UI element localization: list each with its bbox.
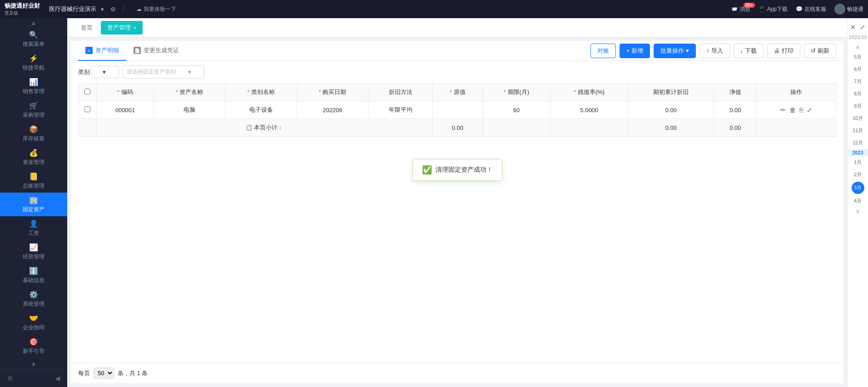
import-button[interactable]: ↑ 导入 bbox=[699, 44, 730, 58]
month-12[interactable]: 12月 bbox=[848, 137, 868, 149]
sidebar-item-payroll[interactable]: 👤 工资 bbox=[0, 216, 67, 240]
more-icon[interactable]: ⤢ bbox=[807, 106, 812, 114]
cell-original-value bbox=[432, 101, 482, 119]
sidebar-item-search[interactable]: 🔍 搜索菜单 bbox=[0, 27, 67, 51]
cell-depreciation-method: 年限平均 bbox=[368, 101, 433, 119]
month-4[interactable]: 4月 bbox=[848, 195, 868, 207]
sidebar-item-fixed-assets[interactable]: 🏢 固定资产 bbox=[0, 193, 67, 216]
month-6[interactable]: 6月 bbox=[848, 63, 868, 75]
header-checkbox[interactable] bbox=[84, 89, 90, 94]
category-type-select[interactable]: 请选择固定资产类别 ▾ bbox=[123, 65, 204, 79]
subtotal-empty2 bbox=[482, 119, 551, 137]
sidebar-scroll-up[interactable]: ▲ bbox=[0, 18, 67, 27]
cloud-icon: ☁ bbox=[136, 6, 142, 12]
refresh-button[interactable]: ↺ 刷新 bbox=[804, 44, 836, 58]
cell-purchase-date: 202206 bbox=[297, 101, 368, 119]
month-8[interactable]: 8月 bbox=[848, 88, 868, 100]
app-logo: 畅捷通好业财 普及版 bbox=[5, 2, 40, 16]
copy-icon[interactable]: ⎘ bbox=[799, 106, 803, 114]
month-2[interactable]: 2月 bbox=[848, 169, 868, 181]
online-service-button[interactable]: 💬 在线客服 bbox=[796, 5, 826, 13]
category-type-arrow: ▾ bbox=[188, 69, 191, 75]
subtotal-label: 本页小计： bbox=[254, 124, 283, 131]
sidebar-item-basic-info[interactable]: ℹ️ 基础信息 bbox=[0, 263, 67, 287]
month-5[interactable]: 5月 bbox=[848, 51, 868, 63]
per-page-label: 每页 bbox=[78, 369, 90, 377]
month-3-active[interactable]: 3月 bbox=[852, 182, 864, 194]
right-panel: ✕ ⤢ 2023.03 ▲ 5月 6月 7月 8月 9月 10月 11月 12月… bbox=[847, 18, 868, 387]
scroll-up-btn[interactable]: ▲ bbox=[855, 43, 861, 50]
cell-period: 60 bbox=[482, 101, 551, 119]
month-9[interactable]: 9月 bbox=[848, 100, 868, 112]
top-bar: 畅捷通好业财 普及版 医疗器械行业演示 ▾ ⚙ ☁ 我要体验一下 📨 消息 99… bbox=[0, 0, 868, 18]
year-label[interactable]: 2023.03 bbox=[848, 33, 868, 42]
notification-button[interactable]: 📨 消息 99+ bbox=[731, 5, 750, 13]
category-label: 类别 bbox=[78, 68, 90, 76]
experience-area: ☁ 我要体验一下 bbox=[136, 5, 176, 13]
download-label: 下载 bbox=[745, 47, 757, 55]
batch-operation-button[interactable]: 批量操作 ▾ bbox=[654, 44, 696, 58]
tab-voucher-change[interactable]: 📄 变更生成凭证 bbox=[126, 41, 186, 61]
pagination: 每页 50 条，共 1 条 bbox=[71, 362, 843, 383]
experience-label[interactable]: 我要体验一下 bbox=[144, 5, 176, 13]
sidebar-item-funds[interactable]: 💰 资金管理 bbox=[0, 145, 67, 169]
purchase-icon: 🛒 bbox=[29, 101, 38, 110]
collapse-sidebar-icon[interactable]: ◀ bbox=[55, 375, 60, 382]
guide-icon: 🎯 bbox=[29, 337, 38, 346]
tab-close-button[interactable]: × bbox=[134, 25, 136, 30]
month-10[interactable]: 10月 bbox=[848, 112, 868, 124]
sidebar-items: 🔍 搜索菜单 ⚡ 快捷导航 📊 销售管理 🛒 采购管理 📦 库存核算 💰 bbox=[0, 27, 67, 360]
category-select-arrow: ▾ bbox=[103, 69, 106, 75]
sidebar-item-quick-nav[interactable]: ⚡ 快捷导航 bbox=[0, 51, 67, 74]
cell-category: 电子设备 bbox=[225, 101, 297, 119]
cell-actions: ✏ 🗑 ⎘ ⤢ bbox=[757, 101, 836, 119]
toast-success-icon: ✅ bbox=[422, 165, 432, 175]
delete-icon[interactable]: 🗑 bbox=[789, 106, 796, 114]
sidebar-item-cooperation[interactable]: 🤝 企业协同 bbox=[0, 311, 67, 334]
sidebar-item-purchase[interactable]: 🛒 采购管理 bbox=[0, 98, 67, 122]
scroll-down-btn[interactable]: ▼ bbox=[855, 208, 861, 215]
subtotal-original: 0.00 bbox=[432, 119, 482, 137]
print-button[interactable]: 🖨 打印 bbox=[767, 44, 800, 58]
header-original-value: * 原值 bbox=[432, 84, 482, 101]
per-page-select[interactable]: 50 bbox=[94, 367, 114, 379]
company-name: 医疗器械行业演示 bbox=[49, 5, 96, 13]
sidebar-item-ledger-label: 总账管理 bbox=[23, 182, 45, 190]
right-panel-expand-button[interactable]: ⤢ bbox=[860, 24, 865, 31]
month-1[interactable]: 1月 bbox=[848, 156, 868, 169]
year-2023-label: 2023 bbox=[848, 149, 868, 156]
settings-bottom-icon[interactable]: ⚙ bbox=[7, 375, 13, 382]
sidebar-item-inventory[interactable]: 📦 库存核算 bbox=[0, 122, 67, 145]
subtotal-empty4 bbox=[757, 119, 836, 137]
tab-asset-detail[interactable]: ≡ 资产明细 bbox=[78, 41, 126, 61]
edit-icon[interactable]: ✏ bbox=[780, 106, 786, 114]
print-icon: 🖨 bbox=[774, 47, 780, 54]
new-button[interactable]: + 新增 bbox=[620, 44, 650, 58]
sidebar-item-guide[interactable]: 🎯 新手引导 bbox=[0, 334, 67, 358]
right-panel-close-button[interactable]: ✕ bbox=[850, 24, 856, 31]
cell-initial-accumulated: 0.00 bbox=[628, 101, 714, 119]
row-checkbox[interactable] bbox=[84, 106, 90, 112]
sidebar-item-business[interactable]: 📈 经营管理 bbox=[0, 240, 67, 263]
download-button[interactable]: ↓ 下载 bbox=[734, 44, 764, 58]
notification-icon: 📨 bbox=[731, 6, 738, 12]
category-select[interactable]: ▾ bbox=[92, 66, 119, 78]
app-download-button[interactable]: 📱 App下载 bbox=[759, 5, 788, 13]
user-profile-button[interactable]: 👤 畅捷通 bbox=[834, 4, 863, 15]
tab-asset-mgmt-label: 资产管理 bbox=[107, 24, 131, 32]
sidebar-item-ledger[interactable]: 📒 总账管理 bbox=[0, 169, 67, 193]
company-dropdown-icon[interactable]: ▾ bbox=[101, 6, 104, 13]
sidebar-item-sales[interactable]: 📊 销售管理 bbox=[0, 74, 67, 98]
import-icon: ↑ bbox=[706, 47, 709, 54]
sidebar-item-system[interactable]: ⚙️ 系统管理 bbox=[0, 287, 67, 311]
tab-home[interactable]: 首页 bbox=[74, 21, 99, 35]
inner-tabs: ≡ 资产明细 📄 变更生成凭证 对账 + 新增 批量操作 ▾ ↑ bbox=[71, 41, 843, 61]
reconcile-button[interactable]: 对账 bbox=[590, 44, 616, 58]
settings-icon[interactable]: ⚙ bbox=[110, 6, 116, 13]
tab-asset-mgmt[interactable]: 资产管理 × bbox=[101, 21, 143, 35]
month-11[interactable]: 11月 bbox=[848, 124, 868, 137]
month-7[interactable]: 7月 bbox=[848, 75, 868, 88]
sidebar-scroll-down[interactable]: ▼ bbox=[0, 360, 67, 369]
inventory-icon: 📦 bbox=[29, 125, 38, 134]
assets-table: * 编码 * 资产名称 * 类别名称 * 购买日期 折旧方法 * 原值 * 期限… bbox=[78, 83, 836, 137]
